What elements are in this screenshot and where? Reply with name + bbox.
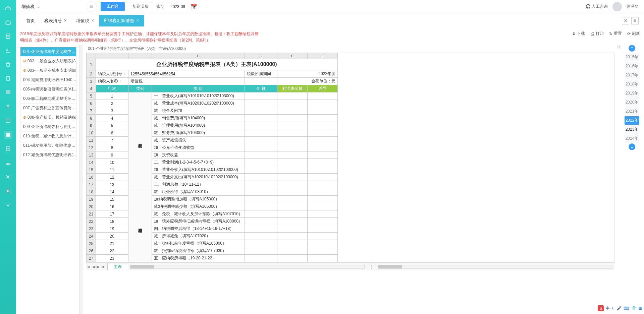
amount-cell[interactable] <box>245 129 277 137</box>
stack-icon[interactable] <box>4 88 12 97</box>
diff-cell[interactable] <box>308 174 338 181</box>
amount-cell[interactable] <box>245 92 277 100</box>
year-button[interactable]: 2020年 <box>625 98 639 107</box>
diff-cell[interactable] <box>308 107 338 115</box>
diff-cell[interactable] <box>308 144 338 151</box>
diff-cell[interactable] <box>308 255 338 262</box>
amount-cell[interactable] <box>245 210 277 218</box>
pl-cell[interactable] <box>277 115 308 122</box>
pl-cell[interactable] <box>277 218 308 225</box>
sheet-nav-first[interactable]: ⏮ <box>87 264 91 269</box>
amount-cell[interactable] <box>245 166 277 174</box>
play-icon[interactable] <box>4 187 12 195</box>
diff-cell[interactable] <box>308 159 338 166</box>
amount-cell[interactable] <box>245 115 277 122</box>
pl-cell[interactable] <box>277 188 308 196</box>
pl-cell[interactable] <box>277 151 308 159</box>
close-icon[interactable]: ✕ <box>136 18 139 23</box>
calendar-icon[interactable] <box>4 117 12 125</box>
v-icon[interactable] <box>4 201 12 209</box>
tab-0[interactable]: 首页 <box>21 15 40 26</box>
diff-cell[interactable] <box>308 203 338 210</box>
chart-icon[interactable] <box>4 46 12 54</box>
taxpayer-id[interactable]: 12554585554554656254 <box>128 70 245 78</box>
amount-cell[interactable] <box>245 159 277 166</box>
pl-cell[interactable] <box>277 129 308 137</box>
ime-mic-icon[interactable]: 🎤 <box>616 306 622 311</box>
form-item[interactable]: 010-免税、减计收入及加计… <box>20 132 76 141</box>
sheet-nav-prev[interactable]: ◀ <box>92 264 95 269</box>
pl-cell[interactable] <box>277 92 308 100</box>
close-all-icon[interactable]: ✕ <box>622 17 629 24</box>
diff-cell[interactable] <box>308 247 338 255</box>
pl-cell[interactable] <box>277 196 308 203</box>
collapse-right-handle[interactable]: › <box>617 45 621 49</box>
tax-icon[interactable] <box>4 131 12 139</box>
refresh-action[interactable]: ⟳ 刷新 <box>627 31 640 37</box>
diff-cell[interactable] <box>308 210 338 218</box>
pl-cell[interactable] <box>277 240 308 247</box>
diff-cell[interactable] <box>308 240 338 247</box>
diff-cell[interactable] <box>308 233 338 240</box>
amount-cell[interactable] <box>245 122 277 129</box>
form-item[interactable]: 001-企业所得税年度纳税申… <box>20 47 76 57</box>
pl-cell[interactable] <box>277 174 308 181</box>
pl-cell[interactable] <box>277 181 308 188</box>
yen-icon[interactable] <box>4 103 12 111</box>
tab-3[interactable]: 所得税汇算清缴✕ <box>99 15 144 26</box>
tab-2[interactable]: 增值税✕ <box>71 15 99 26</box>
ime-logo-icon[interactable]: S <box>598 305 604 311</box>
close-icon[interactable]: ✕ <box>64 18 67 23</box>
amount-cell[interactable] <box>245 196 277 203</box>
amount-cell[interactable] <box>245 240 277 247</box>
horizontal-scrollbar[interactable] <box>378 265 612 269</box>
pl-cell[interactable] <box>277 247 308 255</box>
form-item[interactable]: 011-研发费用加计扣除优惠… <box>20 141 76 150</box>
amount-cell[interactable] <box>245 255 277 262</box>
form-item[interactable]: 006-职工薪酬纳税调整明细… <box>20 94 76 104</box>
pl-cell[interactable] <box>277 233 308 240</box>
more-tabs-icon[interactable]: ≡ <box>631 17 639 24</box>
pl-cell[interactable] <box>277 144 308 151</box>
print-action[interactable]: 🖨 打印 <box>590 31 604 37</box>
reset-action[interactable]: ↻ 重置 <box>609 31 622 37</box>
diff-cell[interactable] <box>308 122 338 129</box>
amount-cell[interactable] <box>245 218 277 225</box>
ime-toolbox-icon[interactable]: ▦ <box>638 306 642 311</box>
horizontal-scrollbar[interactable] <box>130 265 365 269</box>
amount-cell[interactable] <box>245 144 277 151</box>
amount-cell[interactable] <box>245 247 277 255</box>
diff-cell[interactable] <box>308 151 338 159</box>
year-button[interactable]: 2021年 <box>625 107 639 116</box>
ime-punct-icon[interactable]: •, <box>612 306 614 311</box>
pl-cell[interactable] <box>277 100 308 107</box>
close-icon[interactable]: ✕ <box>91 18 94 23</box>
diff-cell[interactable] <box>308 100 338 107</box>
home-icon[interactable] <box>4 18 12 26</box>
year-button[interactable]: 2015年 <box>625 53 639 61</box>
amount-cell[interactable] <box>245 174 277 181</box>
form-item[interactable]: 007-广告费和业务宣传费跨… <box>20 104 76 113</box>
diff-cell[interactable] <box>308 181 338 188</box>
clipboard-icon[interactable] <box>4 74 12 82</box>
sheet-nav-last[interactable]: ⏭ <box>101 264 105 269</box>
workspace-button[interactable]: 工作台 <box>101 2 125 11</box>
year-button[interactable]: 2022年 <box>625 116 639 125</box>
diff-cell[interactable] <box>308 166 338 174</box>
form-item[interactable]: ⊘003-一般企业成本支出明细… <box>20 66 76 75</box>
diff-cell[interactable] <box>308 218 338 225</box>
year-button[interactable]: 2024年 <box>625 134 639 143</box>
consult-link[interactable]: 🎧 人工咨询 <box>586 4 608 9</box>
tab-1[interactable]: 税表清册✕ <box>40 15 71 26</box>
taxpayer-name[interactable]: 增值税 <box>128 78 245 85</box>
diff-cell[interactable] <box>308 129 338 137</box>
form-item[interactable]: ⊘008-资产折旧、摊销及纳税… <box>20 113 76 122</box>
scroll-up-icon[interactable]: ⌃ <box>629 45 635 52</box>
ime-skin-icon[interactable]: 👕 <box>631 306 636 311</box>
amount-cell[interactable] <box>245 225 277 233</box>
pl-cell[interactable] <box>277 255 308 262</box>
amount-cell[interactable] <box>245 107 277 115</box>
year-button[interactable]: 2017年 <box>625 71 639 79</box>
switch-old-button[interactable]: 切到旧版 <box>129 2 152 11</box>
export-icon[interactable] <box>4 145 12 153</box>
